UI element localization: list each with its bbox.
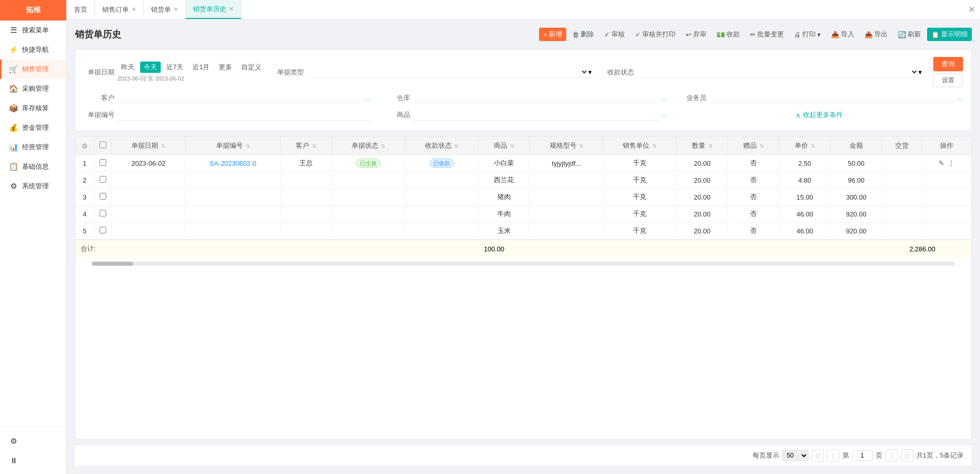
page-content: 销货单历史 + 新增 🗑 删除 ✓ 审核 ✓ 审核并打印 — [67, 19, 980, 474]
doc-no-link[interactable]: SA-20230602-0 — [209, 160, 256, 167]
sidebar-item-basic[interactable]: 📋 基础信息 — [0, 157, 66, 176]
gift-sort-icon[interactable]: ⇅ — [760, 143, 764, 149]
page-number-input[interactable] — [852, 450, 873, 461]
cell-checkbox[interactable] — [94, 223, 111, 240]
discard-label: 弃审 — [693, 30, 706, 39]
tab-home-label: 首页 — [74, 5, 87, 14]
customer-input[interactable] — [118, 92, 362, 103]
tab-sales-delivery-history[interactable]: 销货单历史 ✕ — [186, 0, 241, 19]
doc-date-sort-icon[interactable]: ⇅ — [161, 143, 165, 149]
doc-type-dropdown-icon: ▾ — [588, 68, 592, 76]
date-1month[interactable]: 近1月 — [189, 62, 213, 73]
cell-checkbox[interactable] — [94, 206, 111, 223]
delete-button[interactable]: 🗑 删除 — [568, 28, 598, 41]
import-button[interactable]: 📥 导入 — [827, 28, 858, 41]
collect-status-select[interactable] — [640, 68, 918, 76]
cell-checkbox[interactable] — [94, 155, 111, 172]
collect-button[interactable]: 💵 收款 — [713, 28, 744, 41]
cell-seq: 2 — [75, 172, 94, 189]
sidebar-item-quicknav[interactable]: ⚡ 快捷导航 — [0, 40, 66, 60]
batch-change-button[interactable]: ✏ 批量变更 — [746, 28, 788, 41]
table-row: 3 猪肉 千克 20.00 否 15.00 300.00 — [75, 189, 971, 206]
audit-button[interactable]: ✓ 审核 — [600, 28, 629, 41]
col-amount: 金额 — [831, 137, 882, 155]
unit-price-sort-icon[interactable]: ⇅ — [811, 143, 815, 149]
date-yesterday[interactable]: 昨天 — [118, 62, 138, 73]
first-page-btn[interactable]: ⟨⟨ — [812, 449, 824, 462]
col-gear[interactable]: ⚙ — [75, 137, 94, 155]
date-quickselect: 昨天 今天 近7天 近1月 更多 自定义 — [118, 62, 265, 73]
cell-qty: 20.00 — [677, 223, 728, 240]
tab-sales-delivery-history-close[interactable]: ✕ — [229, 6, 234, 12]
cell-checkbox[interactable] — [94, 172, 111, 189]
qty-sort-icon[interactable]: ⇅ — [708, 143, 713, 149]
sidebar-item-purchase[interactable]: 🏠 采购管理 — [0, 79, 66, 98]
export-button[interactable]: 📤 导出 — [860, 28, 892, 41]
new-button[interactable]: + 新增 — [539, 28, 566, 41]
next-page-btn[interactable]: ⟩ — [886, 449, 898, 462]
topnav-close-btn[interactable]: ✕ — [968, 5, 975, 14]
tab-sales-delivery-close[interactable]: ✕ — [174, 6, 178, 13]
print-button[interactable]: 🖨 打印 ▾ — [790, 28, 825, 41]
select-all-checkbox[interactable] — [100, 142, 106, 148]
product-more-btn[interactable]: … — [661, 111, 667, 118]
doc-no-sort-icon[interactable]: ⇅ — [246, 143, 250, 149]
table-footer: 合计: 100.00 2,286.00 — [75, 240, 971, 258]
cell-doc-no: SA-20230602-0 — [185, 155, 280, 172]
sidebar-item-inventory[interactable]: 📦 库存核算 — [0, 98, 66, 118]
last-page-btn[interactable]: ⟩⟩ — [901, 449, 913, 462]
tab-sales-delivery[interactable]: 销货单 ✕ — [144, 0, 186, 19]
sidebar-item-search[interactable]: ☰ 搜索菜单 — [0, 21, 66, 40]
sidebar-item-label: 搜索菜单 — [22, 26, 49, 35]
product-sort-icon[interactable]: ⇅ — [510, 143, 514, 149]
warehouse-input[interactable] — [413, 92, 658, 103]
pagination: 每页显示 50 100 200 ⟨⟨ ⟨ 第 页 ⟩ ⟩⟩ 共1页，5条记录 — [75, 445, 972, 466]
show-detail-button[interactable]: 📋 显示明细 — [927, 28, 972, 41]
query-button[interactable]: 查询 — [933, 57, 963, 71]
sidebar-item-operations[interactable]: 📊 经营管理 — [0, 137, 66, 157]
table-scrollbar[interactable] — [92, 262, 955, 266]
col-checkbox[interactable] — [94, 137, 111, 155]
page-size-select[interactable]: 50 100 200 — [782, 450, 809, 461]
sidebar-item-finance[interactable]: 💰 资金管理 — [0, 118, 66, 137]
sidebar-item-sales[interactable]: 🛒 销售管理 — [0, 60, 66, 79]
doc-no-input[interactable] — [118, 110, 371, 121]
date-7days[interactable]: 近7天 — [163, 62, 187, 73]
doc-status-sort-icon[interactable]: ⇅ — [381, 143, 385, 149]
date-custom[interactable]: 自定义 — [238, 62, 265, 73]
date-more[interactable]: 更多 — [215, 62, 236, 73]
operations-icon: 📊 — [9, 143, 18, 152]
collect-status-sort-icon[interactable]: ⇅ — [454, 143, 458, 149]
finance-icon: 💰 — [9, 123, 18, 132]
cell-doc-status — [332, 189, 405, 206]
salesperson-more-btn[interactable]: … — [957, 94, 963, 102]
spec-sort-icon[interactable]: ⇅ — [579, 143, 583, 149]
batch-change-label: 批量变更 — [757, 30, 784, 39]
product-input[interactable] — [413, 110, 658, 121]
salesperson-input[interactable] — [709, 92, 954, 103]
tab-sales-order-close[interactable]: ✕ — [131, 6, 136, 13]
cell-checkbox[interactable] — [94, 189, 111, 206]
date-today[interactable]: 今天 — [140, 62, 161, 73]
filter-settings-button[interactable]: 设置 — [933, 73, 963, 87]
warehouse-more-btn[interactable]: … — [661, 94, 667, 102]
edit-icon[interactable]: ✎ — [938, 159, 945, 167]
refresh-button[interactable]: 🔄 刷新 — [894, 28, 925, 41]
sidebar-settings-btn[interactable]: ⚙ — [0, 431, 66, 451]
tab-home[interactable]: 首页 — [67, 0, 95, 19]
purchase-icon: 🏠 — [9, 84, 18, 93]
audit-print-button[interactable]: ✓ 审核并打印 — [631, 28, 680, 41]
customer-sort-icon[interactable]: ⇅ — [312, 143, 316, 149]
table-scroll-thumb[interactable] — [92, 262, 133, 266]
more-action-icon[interactable]: ⋮ — [948, 159, 955, 167]
prev-page-btn[interactable]: ⟨ — [827, 449, 839, 462]
date-label: 单据日期 — [84, 68, 114, 77]
tab-sales-order[interactable]: 销售订单 ✕ — [95, 0, 144, 19]
customer-more-btn[interactable]: … — [365, 94, 371, 102]
unit-sort-icon[interactable]: ⇅ — [652, 143, 657, 149]
sidebar-item-system[interactable]: ⚙ 系统管理 — [0, 176, 66, 196]
discard-button[interactable]: ↩ 弃审 — [682, 28, 710, 41]
collapse-btn[interactable]: ∧ 收起更多条件 — [794, 108, 845, 122]
doc-type-select[interactable] — [310, 68, 588, 76]
sidebar-pause-btn[interactable]: ⏸ — [0, 451, 66, 470]
